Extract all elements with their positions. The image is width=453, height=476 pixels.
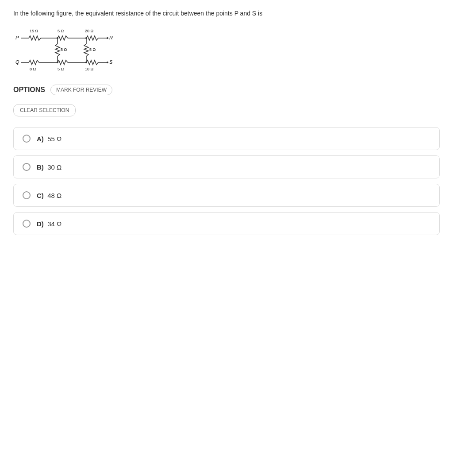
svg-text:8 Ω: 8 Ω — [30, 67, 36, 71]
svg-text:P: P — [15, 35, 19, 40]
option-d[interactable]: D) 34 Ω — [13, 212, 440, 235]
svg-text:5 Ω: 5 Ω — [89, 47, 96, 52]
option-b[interactable]: B) 30 Ω — [13, 155, 440, 178]
svg-text:S: S — [109, 59, 113, 65]
svg-text:15 Ω: 15 Ω — [30, 29, 38, 33]
svg-text:20 Ω: 20 Ω — [85, 29, 94, 33]
radio-a[interactable] — [23, 135, 31, 143]
svg-point-29 — [107, 62, 108, 63]
option-c[interactable]: C) 48 Ω — [13, 184, 440, 207]
question-text: In the following figure, the equivalent … — [13, 9, 440, 18]
clear-selection-button[interactable]: CLEAR SELECTION — [13, 104, 76, 116]
option-d-label: D) 34 Ω — [37, 220, 61, 228]
circuit-diagram: P 15 Ω 5 Ω 20 Ω R — [13, 23, 155, 76]
svg-text:5 Ω: 5 Ω — [58, 67, 64, 71]
svg-text:5 Ω: 5 Ω — [61, 47, 67, 52]
option-b-label: B) 30 Ω — [37, 163, 61, 171]
options-header: OPTIONS MARK FOR REVIEW — [13, 85, 440, 95]
mark-for-review-button[interactable]: MARK FOR REVIEW — [50, 85, 112, 95]
svg-point-9 — [107, 37, 108, 39]
option-c-label: C) 48 Ω — [37, 192, 61, 199]
option-a[interactable]: A) 55 Ω — [13, 127, 440, 150]
options-label: OPTIONS — [13, 86, 45, 94]
svg-text:R: R — [109, 35, 113, 40]
svg-text:5 Ω: 5 Ω — [58, 29, 64, 33]
radio-c[interactable] — [23, 191, 31, 199]
radio-b[interactable] — [23, 163, 31, 171]
svg-text:Q: Q — [15, 59, 19, 65]
radio-d[interactable] — [23, 220, 31, 228]
main-container: In the following figure, the equivalent … — [0, 0, 453, 476]
svg-text:10 Ω: 10 Ω — [85, 67, 94, 71]
option-a-label: A) 55 Ω — [37, 135, 61, 143]
